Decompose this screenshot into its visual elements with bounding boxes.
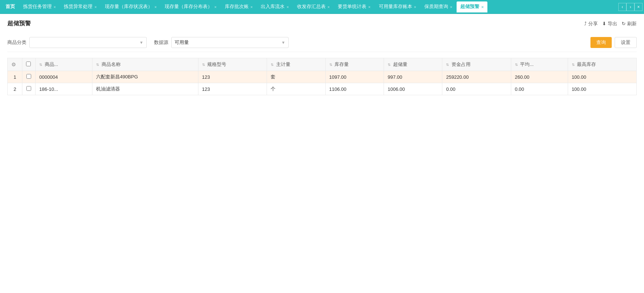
nav-arrow-right[interactable]: › [626,3,634,11]
row-num: 1 [8,71,22,83]
filter-actions: 查询 设置 [590,37,637,48]
nav-label-inventory-status: 现存量（库存状况表） [105,4,153,10]
nav-arrow-close[interactable]: × [634,3,643,11]
table-row: 2 186-10... 机油滤清器 123 个 1106.00 1006.00 … [8,83,637,95]
settings-button[interactable]: 设置 [615,37,637,48]
th-stock[interactable]: ⇅ 库存量 [325,58,384,71]
nav-close-inout-flow[interactable]: × [286,5,289,9]
cell-avg: 0.00 [511,83,568,95]
nav-close-inventory-dist[interactable]: × [214,5,216,9]
col-label-overstock: 超储量 [393,62,407,67]
nav-label-overstock-warning: 超储预警 [460,4,479,10]
nav-tab-order-stats[interactable]: 要货单统计表 × [334,1,374,12]
nav-tab-exception-process[interactable]: 拣货异常处理 × [60,1,100,12]
col-label-product-name: 商品名称 [102,62,121,67]
refresh-button[interactable]: ↻ 刷新 [622,21,637,27]
cell-stock: 1097.00 [325,71,384,83]
top-nav: 首页 拣货任务管理 × 拣货异常处理 × 现存量（库存状况表） × 现存量（库存… [0,0,644,14]
nav-label-inventory-batch: 库存批次账 [225,4,249,10]
datasource-label: 数据源 [154,39,168,46]
th-avg[interactable]: ⇅ 平均... [511,58,568,71]
refresh-icon: ↻ [622,21,626,26]
nav-arrow-left[interactable]: ‹ [618,3,626,11]
nav-close-available-ledger[interactable]: × [414,5,416,9]
page-header: 超储预警 ⤴ 分享 ⬇ 导出 ↻ 刷新 [7,20,637,27]
nav-close-receive-send[interactable]: × [328,5,330,9]
sort-icon-avg: ⇅ [515,63,518,67]
share-icon: ⤴ [584,21,587,26]
cell-product-name: 六配套新昌490BPG [92,71,198,83]
cell-capital: 0.00 [442,83,511,95]
sort-icon-max-stock: ⇅ [572,63,575,67]
category-label: 商品分类 [7,39,26,46]
cell-product-name: 机油滤清器 [92,83,198,95]
nav-label-quality-check: 保质期查询 [424,4,448,10]
col-label-unit: 主计量 [276,62,290,67]
share-button[interactable]: ⤴ 分享 [584,21,598,27]
page-content: 超储预警 ⤴ 分享 ⬇ 导出 ↻ 刷新 商品分类 ▼ 数据源 [0,14,644,293]
export-button[interactable]: ⬇ 导出 [602,21,617,27]
nav-tab-inout-flow[interactable]: 出入库流水 × [257,1,292,12]
datasource-select-value: 可用量 [175,39,189,46]
nav-tab-overstock-warning[interactable]: 超储预警 × [457,1,487,12]
sort-icon-product-code: ⇅ [39,63,42,67]
cell-unit: 套 [267,71,325,83]
nav-tab-inventory-status[interactable]: 现存量（库存状况表） × [101,1,160,12]
query-button[interactable]: 查询 [590,37,612,48]
row-num: 2 [8,83,22,95]
nav-tab-receive-send[interactable]: 收发存汇总表 × [293,1,333,12]
sort-icon-spec: ⇅ [202,63,205,67]
nav-arrows: ‹ › × [618,3,643,11]
th-overstock[interactable]: ⇅ 超储量 [384,58,442,71]
gear-icon[interactable]: ⚙ [11,62,16,67]
th-product-code[interactable]: ⇅ 商品... [36,58,92,71]
nav-close-inventory-batch[interactable]: × [250,5,253,9]
select-all-checkbox[interactable] [26,62,31,66]
cell-product-code: 0000004 [36,71,92,83]
row-checkbox[interactable] [26,74,31,79]
cell-overstock: 997.00 [384,71,442,83]
filter-area: 商品分类 ▼ 数据源 可用量 ▼ 查询 设置 [7,33,637,52]
th-unit[interactable]: ⇅ 主计量 [267,58,325,71]
share-label: 分享 [588,21,598,27]
row-checkbox[interactable] [26,86,31,91]
table-row: 1 0000004 六配套新昌490BPG 123 套 1097.00 997.… [8,71,637,83]
cell-avg: 260.00 [511,71,568,83]
th-gear[interactable]: ⚙ [8,58,22,71]
nav-tab-task-mgmt[interactable]: 拣货任务管理 × [19,1,59,12]
nav-close-quality-check[interactable]: × [450,5,452,9]
th-spec[interactable]: ⇅ 规格型号 [198,58,267,71]
nav-home-label: 首页 [6,4,15,10]
datasource-select[interactable]: 可用量 ▼ [171,37,289,48]
nav-tab-inventory-batch[interactable]: 库存批次账 × [221,1,256,12]
nav-label-receive-send: 收发存汇总表 [297,4,326,10]
nav-close-exception-process[interactable]: × [94,5,96,9]
category-chevron-icon: ▼ [139,40,143,45]
nav-close-order-stats[interactable]: × [368,5,370,9]
th-max-stock[interactable]: ⇅ 最高库存 [568,58,636,71]
cell-max-stock: 100.00 [568,71,636,83]
sort-icon-capital: ⇅ [446,63,449,67]
nav-label-inout-flow: 出入库流水 [261,4,285,10]
nav-close-task-mgmt[interactable]: × [54,5,56,9]
nav-tab-quality-check[interactable]: 保质期查询 × [421,1,456,12]
cell-spec: 123 [198,71,267,83]
nav-close-overstock-warning[interactable]: × [481,5,483,9]
nav-label-exception-process: 拣货异常处理 [64,4,92,10]
cell-spec: 123 [198,83,267,95]
nav-tab-available-ledger[interactable]: 可用量库存账本 × [375,1,420,12]
cell-capital: 259220.00 [442,71,511,83]
nav-tab-home[interactable]: 首页 [2,1,19,12]
sort-icon-overstock: ⇅ [388,63,391,67]
nav-close-inventory-status[interactable]: × [154,5,157,9]
page-title: 超储预警 [7,20,31,27]
nav-tab-inventory-dist[interactable]: 现存量（库存分布表） × [161,1,220,12]
th-product-name[interactable]: ⇅ 商品名称 [92,58,198,71]
category-select[interactable]: ▼ [29,37,147,48]
header-row: ⚙ ⇅ 商品... ⇅ 商品名称 ⇅ 规格型号 ⇅ [8,58,637,71]
datasource-filter-group: 数据源 可用量 ▼ [154,37,289,48]
nav-label-available-ledger: 可用量库存账本 [379,4,412,10]
cell-product-code: 186-10... [36,83,92,95]
th-capital[interactable]: ⇅ 资金占用 [442,58,511,71]
col-label-spec: 规格型号 [207,62,226,67]
